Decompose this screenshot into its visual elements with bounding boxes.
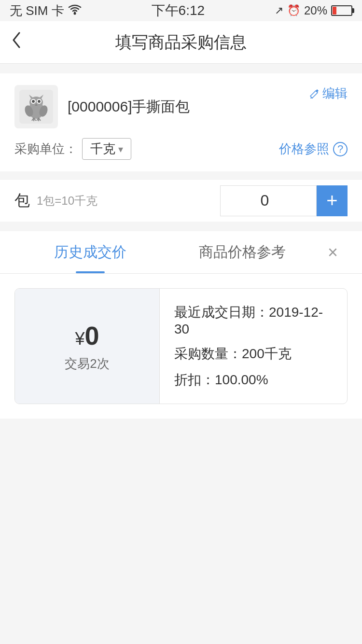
product-name: [0000006]手撕面包	[68, 97, 190, 117]
product-header: [0000006]手撕面包 编辑	[14, 85, 348, 128]
recent-date-row: 最近成交日期：2019-12-30	[174, 303, 333, 337]
history-section: ¥0 交易2次 最近成交日期：2019-12-30 采购数量：200千克 折扣：…	[0, 274, 362, 419]
purchase-unit: 采购单位： 千克 ▾	[14, 138, 131, 160]
nav-bar: 填写商品采购信息	[0, 21, 362, 64]
edit-button[interactable]: 编辑	[309, 85, 348, 102]
page-title: 填写商品采购信息	[115, 31, 247, 54]
product-footer: 采购单位： 千克 ▾ 价格参照 ?	[14, 138, 348, 160]
discount-label: 折扣：	[174, 372, 215, 387]
conversion-note: 1包=10千克	[37, 193, 97, 209]
history-price-value: ¥0	[75, 321, 99, 350]
svg-point-6	[32, 100, 35, 103]
quantity-label: 包 1包=10千克	[14, 190, 220, 211]
bottom-panel: 历史成交价 商品价格参考 × ¥0 交易2次 最近成交日期：2019-12-30	[0, 231, 362, 419]
purchase-unit-label: 采购单位：	[14, 140, 77, 157]
tab-history-price-label: 历史成交价	[54, 242, 126, 262]
tab-bar: 历史成交价 商品价格参考 ×	[0, 231, 362, 274]
close-panel-button[interactable]: ×	[318, 238, 348, 267]
section-divider-1	[0, 171, 362, 179]
recent-date-label: 最近成交日期：	[174, 305, 269, 320]
price-ref-label: 价格参照	[279, 140, 329, 157]
back-button[interactable]	[12, 32, 21, 53]
location-icon: ↗	[275, 4, 283, 17]
tab-product-price-ref[interactable]: 商品价格参考	[166, 231, 318, 273]
purchase-qty-label: 采购数量：	[174, 346, 242, 361]
purchase-qty-row: 采购数量：200千克	[174, 345, 333, 363]
carrier-text: 无 SIM 卡	[10, 2, 64, 19]
quantity-input-group: +	[220, 185, 348, 216]
edit-label: 编辑	[322, 85, 348, 102]
quantity-row: 包 1包=10千克 +	[0, 179, 362, 222]
status-bar: 无 SIM 卡 下午6:12 ↗ ⏰ 20%	[0, 0, 362, 21]
discount-value: 100.00%	[215, 372, 268, 387]
trades-count: 交易2次	[65, 355, 109, 372]
product-card: [0000006]手撕面包 编辑 采购单位： 千克 ▾ 价格参照 ?	[0, 73, 362, 171]
product-info: [0000006]手撕面包	[14, 85, 190, 128]
alarm-icon: ⏰	[287, 4, 300, 17]
discount-row: 折扣：100.00%	[174, 371, 333, 389]
unit-label: 包	[14, 190, 30, 211]
unit-value: 千克	[90, 140, 115, 157]
status-left: 无 SIM 卡	[10, 2, 82, 19]
quantity-input[interactable]	[220, 185, 317, 216]
history-price-summary: ¥0 交易2次	[15, 289, 160, 404]
unit-selector[interactable]: 千克 ▾	[82, 138, 131, 160]
tab-history-price[interactable]: 历史成交价	[14, 231, 166, 273]
dropdown-arrow-icon: ▾	[118, 143, 123, 155]
battery-percent: 20%	[304, 4, 327, 17]
svg-point-0	[73, 12, 76, 14]
tab-active-indicator	[76, 271, 105, 273]
history-card: ¥0 交易2次 最近成交日期：2019-12-30 采购数量：200千克 折扣：…	[14, 288, 348, 404]
battery-icon	[331, 5, 352, 16]
edit-icon	[309, 88, 320, 99]
status-time: 下午6:12	[152, 1, 205, 20]
close-icon: ×	[328, 242, 338, 262]
tab-product-price-ref-label: 商品价格参考	[199, 242, 286, 262]
purchase-qty-value: 200千克	[242, 346, 292, 361]
product-image	[19, 90, 53, 124]
status-right: ↗ ⏰ 20%	[275, 4, 352, 17]
product-thumbnail	[14, 85, 58, 128]
currency-symbol: ¥	[75, 329, 84, 349]
history-details: 最近成交日期：2019-12-30 采购数量：200千克 折扣：100.00%	[160, 289, 347, 404]
svg-point-7	[38, 100, 41, 103]
wifi-icon	[68, 3, 82, 18]
quantity-plus-button[interactable]: +	[317, 185, 348, 216]
help-icon: ?	[333, 142, 348, 156]
price-ref-button[interactable]: 价格参照 ?	[279, 140, 348, 157]
